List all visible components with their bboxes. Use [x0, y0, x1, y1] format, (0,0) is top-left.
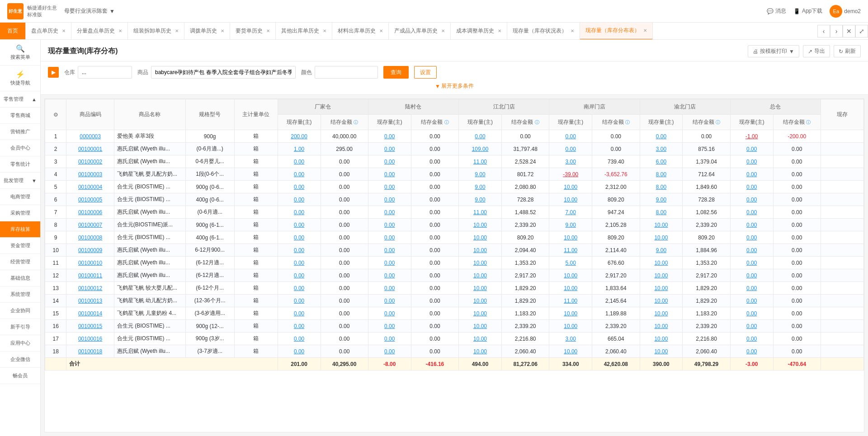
- nav-close-btn[interactable]: ✕: [843, 25, 855, 38]
- cell-yubei-qty[interactable]: 10.00: [640, 345, 683, 358]
- close-tab-10[interactable]: ✕: [571, 28, 574, 33]
- nav-tab-11[interactable]: 现存量（库存分布表） ✕: [580, 23, 653, 40]
- cell-total-qty[interactable]: 0.00: [730, 231, 773, 244]
- sidebar-item-vip[interactable]: 畅会员: [0, 368, 40, 384]
- cell-factory-qty[interactable]: 1.00: [278, 143, 321, 155]
- cell-nanan-qty[interactable]: -39.00: [549, 168, 592, 181]
- table-area[interactable]: ⚙ 商品编码 商品名称 规格型号 主计量单位 厂家仓 陆村仓 江北门店 南岸门店…: [44, 98, 864, 432]
- sidebar-item-ecommerce[interactable]: 电商管理: [0, 189, 40, 205]
- cell-nanan-qty[interactable]: 10.00: [549, 193, 592, 206]
- cell-yubei-qty[interactable]: 3.00: [640, 143, 683, 155]
- cell-code[interactable]: 00100003: [66, 168, 114, 181]
- cell-jiangbei-qty[interactable]: 9.00: [459, 193, 502, 206]
- cell-factory-qty[interactable]: 0.00: [278, 345, 321, 358]
- cell-yubei-qty[interactable]: 8.00: [640, 181, 683, 193]
- cell-lu-qty[interactable]: 0.00: [368, 206, 411, 219]
- cell-total-qty[interactable]: 0.00: [730, 345, 773, 358]
- nav-tab-8[interactable]: 产成品入库单历史 ✕: [389, 23, 451, 40]
- cell-jiangbei-qty[interactable]: 109.00: [459, 143, 502, 155]
- cell-lu-qty[interactable]: 0.00: [368, 130, 411, 143]
- settings-btn[interactable]: 设置: [414, 66, 437, 79]
- cell-code[interactable]: 00100008: [66, 231, 114, 244]
- cell-lu-qty[interactable]: 0.00: [368, 333, 411, 345]
- cell-nanan-qty[interactable]: 10.00: [549, 282, 592, 295]
- cell-total-qty[interactable]: 0.00: [730, 282, 773, 295]
- cell-total-qty[interactable]: 0.00: [730, 295, 773, 307]
- sidebar-item-wholesale[interactable]: 批发管理 ▼: [0, 173, 40, 189]
- sidebar-item-system[interactable]: 系统管理: [0, 286, 40, 303]
- close-tab-2[interactable]: ✕: [118, 28, 122, 33]
- sidebar-item-purchase[interactable]: 采购管理: [0, 205, 40, 221]
- cell-lu-qty[interactable]: 0.00: [368, 320, 411, 333]
- close-tab-9[interactable]: ✕: [498, 28, 501, 33]
- sidebar-item-retail-stat[interactable]: 零售统计: [0, 156, 40, 173]
- cell-factory-qty[interactable]: 0.00: [278, 231, 321, 244]
- cell-factory-qty[interactable]: 0.00: [278, 155, 321, 168]
- color-input[interactable]: [315, 66, 378, 79]
- sidebar-item-enterprise[interactable]: 企业协同: [0, 303, 40, 319]
- cell-lu-qty[interactable]: 0.00: [368, 307, 411, 320]
- cell-yubei-qty[interactable]: 10.00: [640, 231, 683, 244]
- cell-lu-qty[interactable]: 0.00: [368, 295, 411, 307]
- nav-tab-7[interactable]: 材料出库单历史 ✕: [332, 23, 389, 40]
- cell-lu-qty[interactable]: 0.00: [368, 143, 411, 155]
- cell-factory-qty[interactable]: 200.00: [278, 130, 321, 143]
- user-profile[interactable]: Ea demo2: [830, 5, 861, 18]
- cell-jiangbei-qty[interactable]: 10.00: [459, 345, 502, 358]
- nav-tab-4[interactable]: 调拨单历史 ✕: [184, 23, 230, 40]
- cell-factory-qty[interactable]: 0.00: [278, 333, 321, 345]
- cell-lu-qty[interactable]: 0.00: [368, 219, 411, 231]
- cell-total-qty[interactable]: 0.00: [730, 168, 773, 181]
- nav-tab-3[interactable]: 组装拆卸单历史 ✕: [128, 23, 184, 40]
- cell-yubei-qty[interactable]: 8.00: [640, 206, 683, 219]
- cell-jiangbei-qty[interactable]: 10.00: [459, 231, 502, 244]
- cell-nanan-qty[interactable]: 3.00: [549, 333, 592, 345]
- cell-yubei-qty[interactable]: 10.00: [640, 269, 683, 282]
- cell-code[interactable]: 00100007: [66, 219, 114, 231]
- cell-nanan-qty[interactable]: 10.00: [549, 345, 592, 358]
- sidebar-item-member[interactable]: 会员中心: [0, 140, 40, 156]
- cell-factory-qty[interactable]: 0.00: [278, 320, 321, 333]
- cell-code[interactable]: 0000003: [66, 130, 114, 143]
- gear-icon[interactable]: ⚙: [53, 112, 58, 118]
- cell-jiangbei-qty[interactable]: 10.00: [459, 257, 502, 269]
- cell-jiangbei-qty[interactable]: 9.00: [459, 181, 502, 193]
- cell-total-qty[interactable]: 0.00: [730, 244, 773, 257]
- cell-yubei-qty[interactable]: 10.00: [640, 257, 683, 269]
- cell-nanan-qty[interactable]: 11.00: [549, 244, 592, 257]
- warehouse-input[interactable]: [78, 66, 132, 79]
- cell-factory-qty[interactable]: 0.00: [278, 206, 321, 219]
- cell-nanan-qty[interactable]: 11.00: [549, 295, 592, 307]
- cell-lu-qty[interactable]: 0.00: [368, 257, 411, 269]
- close-tab-7[interactable]: ✕: [379, 28, 383, 33]
- close-tab-6[interactable]: ✕: [323, 28, 326, 33]
- cell-total-qty[interactable]: 0.00: [730, 333, 773, 345]
- sidebar-item-retail-mall[interactable]: 零售商城: [0, 108, 40, 124]
- cell-jiangbei-qty[interactable]: 10.00: [459, 219, 502, 231]
- cell-lu-qty[interactable]: 0.00: [368, 269, 411, 282]
- cell-factory-qty[interactable]: 0.00: [278, 295, 321, 307]
- cell-yubei-qty[interactable]: 8.00: [640, 168, 683, 181]
- sidebar-item-finance[interactable]: 资金管理: [0, 238, 40, 254]
- cell-nanan-qty[interactable]: 10.00: [549, 231, 592, 244]
- cell-jiangbei-qty[interactable]: 0.00: [459, 130, 502, 143]
- nav-next-btn[interactable]: ›: [830, 25, 843, 38]
- sidebar-item-nav[interactable]: ⚡ 快捷导航: [0, 66, 40, 91]
- cell-code[interactable]: 00100002: [66, 155, 114, 168]
- industry-selector[interactable]: 母婴行业演示陈套 ▼: [64, 7, 115, 15]
- cell-total-qty[interactable]: 0.00: [730, 307, 773, 320]
- cell-jiangbei-qty[interactable]: 10.00: [459, 333, 502, 345]
- cell-jiangbei-qty[interactable]: 11.00: [459, 206, 502, 219]
- cell-yubei-qty[interactable]: 10.00: [640, 333, 683, 345]
- expand-btn[interactable]: ▼ 展开更多条件: [435, 82, 474, 90]
- cell-total-qty[interactable]: 0.00: [730, 269, 773, 282]
- sidebar-item-basic[interactable]: 基础信息: [0, 270, 40, 286]
- cell-jiangbei-qty[interactable]: 10.00: [459, 269, 502, 282]
- nav-home[interactable]: 首页: [0, 23, 26, 40]
- nav-tab-1[interactable]: 盘点单历史 ✕: [26, 23, 71, 40]
- cell-yubei-qty[interactable]: 9.00: [640, 193, 683, 206]
- sidebar-item-guide[interactable]: 新手引导: [0, 319, 40, 335]
- cell-jiangbei-qty[interactable]: 10.00: [459, 307, 502, 320]
- print-btn[interactable]: 🖨 按模板打印 ▼: [748, 45, 799, 57]
- sidebar-item-inventory[interactable]: 库存核算: [0, 221, 40, 238]
